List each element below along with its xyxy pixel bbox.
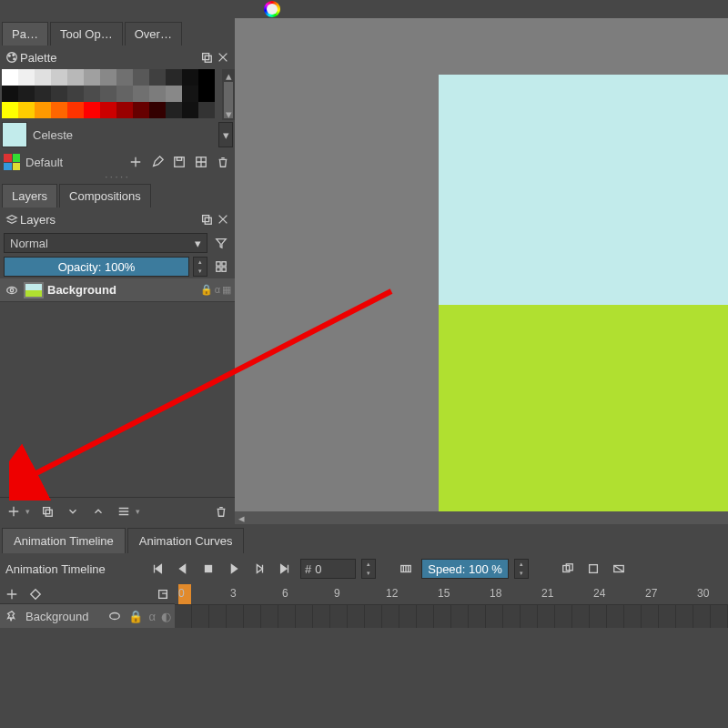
remove-keyframe-icon[interactable] xyxy=(27,586,44,602)
frame-cell[interactable] xyxy=(278,605,296,628)
tab-tool-options[interactable]: Tool Op… xyxy=(50,22,123,46)
swatch[interactable] xyxy=(149,102,166,118)
frame-cell[interactable] xyxy=(503,605,521,628)
tab-animation-curves[interactable]: Animation Curves xyxy=(127,528,245,553)
swatch[interactable] xyxy=(166,69,182,86)
pin-icon[interactable] xyxy=(4,608,20,624)
onion-skin-icon[interactable] xyxy=(558,559,578,579)
layer-row[interactable]: Background 🔒α▦ xyxy=(0,278,235,302)
move-down-icon[interactable] xyxy=(65,503,81,520)
frame-cell[interactable] xyxy=(209,605,227,628)
first-frame-icon[interactable] xyxy=(147,559,167,579)
swatch[interactable] xyxy=(133,69,149,86)
swatch[interactable] xyxy=(84,86,100,102)
frame-cell[interactable] xyxy=(330,605,348,628)
frame-cell[interactable] xyxy=(261,605,278,628)
filter-icon[interactable] xyxy=(211,233,231,253)
timeline-options-icon[interactable] xyxy=(155,586,171,602)
swatch[interactable] xyxy=(116,69,133,86)
timeline-lock-icon[interactable]: 🔒 xyxy=(128,610,143,623)
float-dock-icon[interactable] xyxy=(198,49,215,66)
timeline-onion-icon[interactable]: ◐ xyxy=(161,610,171,623)
frame-cell[interactable] xyxy=(659,605,676,628)
swatch[interactable] xyxy=(149,86,166,102)
frame-cell[interactable] xyxy=(399,605,417,628)
swatch[interactable] xyxy=(84,102,100,118)
frame-cell[interactable] xyxy=(642,605,659,628)
blend-mode-select[interactable]: Normal▾ xyxy=(4,233,207,253)
frame-spinner[interactable]: ▴▾ xyxy=(361,559,376,579)
swatch[interactable] xyxy=(2,86,18,102)
frame-cell[interactable] xyxy=(348,605,365,628)
frame-cell[interactable] xyxy=(313,605,330,628)
swatch[interactable] xyxy=(67,86,84,102)
scroll-down-icon[interactable]: ▾ xyxy=(222,107,235,120)
tab-palette[interactable]: Pa… xyxy=(2,22,48,46)
frame-cell[interactable] xyxy=(365,605,382,628)
tab-animation-timeline[interactable]: Animation Timeline xyxy=(2,528,126,553)
frame-cell[interactable] xyxy=(711,605,728,628)
swatch[interactable] xyxy=(182,86,198,102)
scroll-left-icon[interactable]: ◂ xyxy=(235,511,248,524)
swatch[interactable] xyxy=(100,102,116,118)
swatch[interactable] xyxy=(35,102,51,118)
grid-palette-icon[interactable] xyxy=(193,154,209,170)
float-layers-icon[interactable] xyxy=(198,211,215,228)
next-frame-icon[interactable] xyxy=(249,559,269,579)
duplicate-layer-icon[interactable] xyxy=(39,503,56,520)
delete-swatch-icon[interactable] xyxy=(215,154,231,170)
current-swatch[interactable] xyxy=(2,122,27,147)
swatch[interactable] xyxy=(166,86,182,102)
scroll-up-icon[interactable]: ▴ xyxy=(222,69,235,82)
layer-properties-icon[interactable] xyxy=(116,503,132,520)
swatch[interactable] xyxy=(51,86,67,102)
add-keyframe-icon[interactable] xyxy=(4,586,20,602)
last-frame-icon[interactable] xyxy=(275,559,295,579)
edit-swatch-icon[interactable] xyxy=(149,154,166,170)
swatch[interactable] xyxy=(182,69,198,86)
speed-spinner[interactable]: ▴▾ xyxy=(514,559,529,579)
swatch[interactable] xyxy=(100,86,116,102)
layer-properties-menu-icon[interactable]: ▾ xyxy=(136,507,140,516)
timeline-vis-icon[interactable] xyxy=(106,608,123,624)
frame-cell[interactable] xyxy=(244,605,261,628)
swatch[interactable] xyxy=(133,102,149,118)
swatch[interactable] xyxy=(182,102,198,118)
swatch[interactable] xyxy=(116,86,133,102)
swatch[interactable] xyxy=(133,86,149,102)
swatch[interactable] xyxy=(100,69,116,86)
layer-name-label[interactable]: Background xyxy=(47,283,197,297)
frame-cell[interactable] xyxy=(296,605,313,628)
frame-cell[interactable] xyxy=(451,605,469,628)
palette-swatches[interactable] xyxy=(0,69,235,118)
swatch[interactable] xyxy=(198,102,215,118)
swatch[interactable] xyxy=(18,86,35,102)
zoom-timeline-icon[interactable] xyxy=(609,559,629,579)
stop-icon[interactable] xyxy=(198,559,218,579)
swatch[interactable] xyxy=(67,102,84,118)
swatch[interactable] xyxy=(18,102,35,118)
timeline-track[interactable] xyxy=(175,604,728,628)
frame-cell[interactable] xyxy=(417,605,434,628)
swatch[interactable] xyxy=(18,69,35,86)
frame-cell[interactable] xyxy=(175,605,192,628)
delete-layer-icon[interactable] xyxy=(213,503,229,520)
palette-scrollbar[interactable]: ▴ ▾ xyxy=(222,69,235,120)
tab-layers[interactable]: Layers xyxy=(2,184,57,207)
frame-cell[interactable] xyxy=(590,605,607,628)
canvas-hscrollbar[interactable]: ◂ xyxy=(235,511,728,524)
frame-cell[interactable] xyxy=(382,605,399,628)
swatch[interactable] xyxy=(35,86,51,102)
visibility-icon[interactable] xyxy=(4,282,20,298)
close-dock-icon[interactable] xyxy=(215,49,231,66)
frame-cell[interactable] xyxy=(555,605,572,628)
swatch[interactable] xyxy=(149,69,166,86)
swatch[interactable] xyxy=(51,69,67,86)
timeline-ruler[interactable]: 036912151821242730 xyxy=(175,584,728,604)
swatch[interactable] xyxy=(116,102,133,118)
swatch[interactable] xyxy=(2,102,18,118)
swatch[interactable] xyxy=(2,69,18,86)
opacity-options-icon[interactable] xyxy=(211,257,231,277)
frame-cell[interactable] xyxy=(676,605,693,628)
color-dropdown-icon[interactable]: ▾ xyxy=(218,122,233,147)
